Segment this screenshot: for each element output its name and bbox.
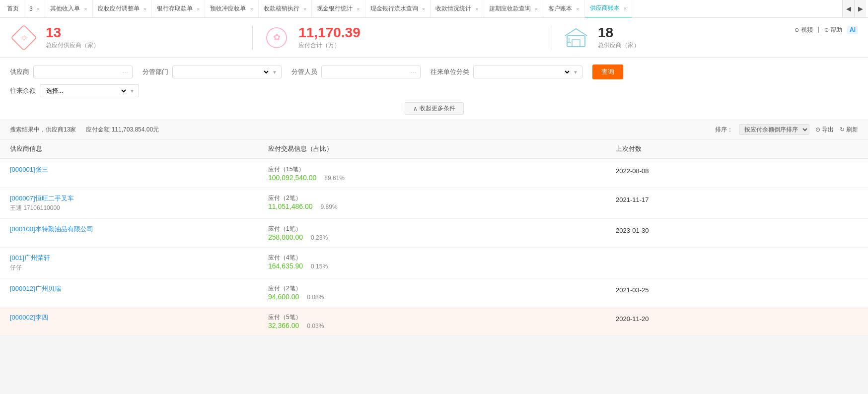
nav-tab-prepay-ar[interactable]: 预收冲应收单× [205,0,258,18]
summary-card-3: 18 总供应商（家） [562,24,795,52]
last-payment-2: 2023-01-30 [616,225,858,234]
search-area: 供应商 ··· 分管部门 ▼ 分管人员 ··· 往来单位分类 [0,58,868,120]
table-row: [000001]张三应付（15笔）100,092,540.0089.61%202… [0,159,868,188]
supplier-link-1[interactable]: [000007]恒旺二手叉车 [10,195,74,202]
diamond-icon: ◇ [10,24,38,52]
svg-text:✿: ✿ [273,32,281,42]
dept-select-wrap[interactable]: ▼ [172,66,282,78]
search-field-balance: 往来余额 选择... ▼ [10,84,139,97]
collapse-icon: ∧ [413,105,418,112]
nav-tab-ar-ap-adjust[interactable]: 应收应付调整单× [93,0,152,18]
amount-0[interactable]: 100,092,540.00 [268,174,316,182]
svg-rect-5 [572,40,580,47]
nav-tab-cash-bank-stat[interactable]: 现金银行统计× [312,0,365,18]
transaction-row-2: 258,000.000.23% [268,233,616,241]
ap-label-1: 应付（2笔） [268,194,616,202]
amount-3[interactable]: 164,635.90 [268,262,303,270]
person-dots-icon[interactable]: ··· [410,68,416,76]
nav-tab-receipt-verify[interactable]: 收款核销执行× [259,0,312,18]
transaction-col-5: 应付（5笔）32,366.000.03% [268,313,616,329]
amount-2[interactable]: 258,000.00 [268,233,303,241]
search-row-1: 供应商 ··· 分管部门 ▼ 分管人员 ··· 往来单位分类 [10,65,858,79]
balance-select[interactable]: 选择... [44,87,128,95]
supplier-link-4[interactable]: [000012]广州贝瑞 [10,285,61,292]
amount-1[interactable]: 11,051,486.00 [268,202,313,210]
transaction-col-2: 应付（1笔）258,000.000.23% [268,225,616,241]
nav-tab-other-income[interactable]: 其他收入单× [45,0,92,18]
dept-chevron-icon: ▼ [272,69,277,75]
amount-5[interactable]: 32,366.00 [268,322,299,329]
transaction-col-1: 应付（2笔）11,051,486.009.89% [268,194,616,210]
col-header-transaction: 应付交易信息（占比） [268,144,616,153]
sort-select[interactable]: 按应付余额倒序排序 [739,124,809,135]
summary-label-2: 应付合计（万） [298,41,361,50]
transaction-row-4: 94,600.000.08% [268,293,616,301]
close-tab-supplier-ledger[interactable]: × [624,5,627,11]
refresh-button[interactable]: ↻ 刷新 [840,126,858,134]
nav-tab-cash-bank-flow[interactable]: 现金银行流水查询× [365,0,431,18]
nav-tab-tab3[interactable]: 3× [24,0,45,18]
close-tab-other-income[interactable]: × [84,6,87,12]
percent-1: 9.89% [321,203,338,210]
category-select[interactable] [478,68,571,76]
ap-label-4: 应付（2笔） [268,284,616,293]
summary-num-3: 18 [598,25,640,41]
balance-chevron-icon: ▼ [130,88,135,94]
close-tab-cash-bank-flow[interactable]: × [422,6,425,12]
close-tab-receipt-verify[interactable]: × [303,6,306,12]
person-input[interactable]: ··· [321,66,421,78]
sort-label: 排序： [715,126,733,134]
ai-label[interactable]: Ai [847,26,858,34]
nav-arrow-right[interactable]: ▶ [854,0,866,18]
dept-select[interactable] [177,68,270,76]
supplier-link-2[interactable]: [000100]本特勤油品有限公司 [10,225,93,233]
nav-arrow-left[interactable]: ◀ [842,0,854,18]
transaction-col-0: 应付（15笔）100,092,540.0089.61% [268,165,616,182]
summary-card-1: ◇ 13 总应付供应商（家） [10,24,242,52]
close-tab-tab3[interactable]: × [37,6,40,12]
summary-label-1: 总应付供应商（家） [46,41,99,50]
table-body: [000001]张三应付（15笔）100,092,540.0089.61%202… [0,159,868,336]
close-tab-bank-deposit[interactable]: × [197,6,200,12]
summary-info-1: 13 总应付供应商（家） [46,25,99,50]
supplier-input[interactable]: ··· [33,66,133,78]
nav-tab-bank-deposit[interactable]: 银行存取款单× [152,0,205,18]
summary-num-2: 11,170.39 [298,25,361,41]
percent-4: 0.08% [307,294,324,301]
search-row-2: 往来余额 选择... ▼ [10,84,858,97]
close-tab-overdue-ar[interactable]: × [535,6,538,12]
transaction-row-1: 11,051,486.009.89% [268,202,616,210]
close-tab-ar-ap-adjust[interactable]: × [144,6,146,12]
video-link[interactable]: ⊙ 视频 [795,26,812,34]
export-button[interactable]: ⊙ 导出 [815,126,834,134]
close-tab-customer-ledger[interactable]: × [576,6,579,12]
close-tab-receipt-stat[interactable]: × [475,6,478,12]
balance-select-wrap[interactable]: 选择... ▼ [40,84,139,97]
close-tab-cash-bank-stat[interactable]: × [357,6,360,12]
person-label: 分管人员 [291,67,317,76]
svg-rect-4 [567,36,585,47]
close-tab-prepay-ar[interactable]: × [250,6,253,12]
col-header-lastpay: 上次付数 [616,144,858,153]
category-select-wrap[interactable]: ▼ [473,66,582,78]
transaction-row-0: 100,092,540.0089.61% [268,174,616,182]
nav-tab-overdue-ar[interactable]: 超期应收款查询× [484,0,543,18]
supplier-sub-3: 仔仔 [10,263,268,272]
collapse-button[interactable]: ∧ 收起更多条件 [405,102,464,115]
transaction-row-5: 32,366.000.03% [268,322,616,329]
search-field-dept: 分管部门 ▼ [143,66,282,78]
result-info: 搜索结果中，供应商13家 应付金额 111,703,854.00元 [10,126,159,134]
help-link[interactable]: ⊙ 帮助 [824,26,842,34]
supplier-link-0[interactable]: [000001]张三 [10,166,48,173]
percent-0: 89.61% [324,175,345,182]
supplier-link-3[interactable]: [001]广州荣轩 [10,254,50,262]
amount-4[interactable]: 94,600.00 [268,293,299,301]
supplier-dots-icon[interactable]: ··· [122,68,128,76]
nav-tab-customer-ledger[interactable]: 客户账本× [543,0,584,18]
query-button[interactable]: 查询 [592,65,623,79]
nav-tab-home[interactable]: 首页 [2,0,24,18]
summary-card-2: ✿ 11,170.39 应付合计（万） [263,24,542,52]
supplier-link-5[interactable]: [000002]李四 [10,314,48,321]
nav-tab-supplier-ledger[interactable]: 供应商账本× [585,0,632,18]
nav-tab-receipt-stat[interactable]: 收款情况统计× [431,0,484,18]
